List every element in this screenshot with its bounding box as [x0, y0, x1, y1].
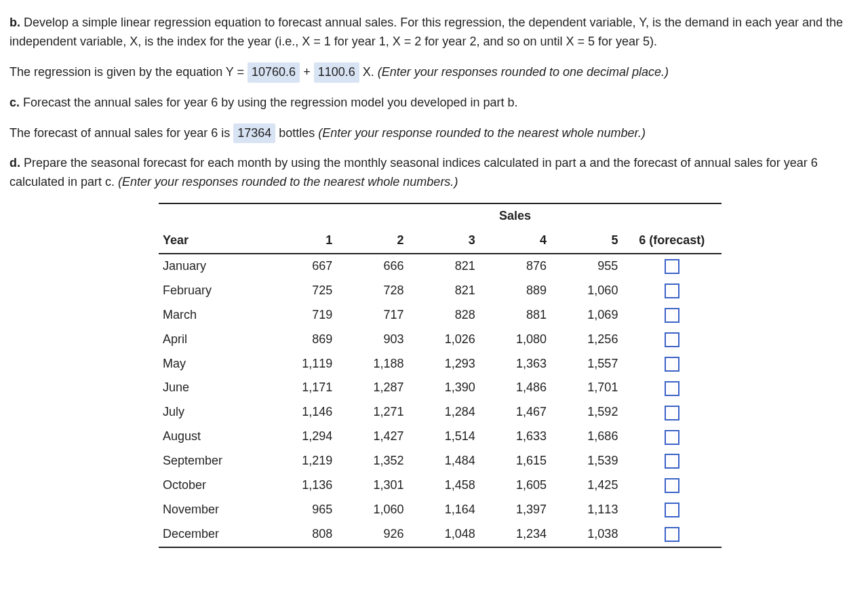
part-b-hint: (Enter your responses rounded to one dec… [378, 65, 669, 79]
value-cell: 1,539 [551, 449, 622, 473]
forecast-input[interactable] [665, 332, 679, 347]
part-d-label: d. [9, 156, 20, 170]
value-cell: 1,171 [265, 376, 336, 400]
value-cell: 666 [336, 254, 408, 279]
table-row: March7197178288811,069 [159, 303, 722, 328]
value-cell: 965 [265, 498, 336, 522]
month-cell: February [159, 279, 265, 303]
part-d-hint: (Enter your responses rounded to the nea… [118, 175, 458, 189]
value-cell: 1,301 [336, 473, 408, 498]
part-b-text: Develop a simple linear regression equat… [9, 16, 843, 48]
part-c-label: c. [9, 96, 20, 109]
table-row: February7257288218891,060 [159, 279, 722, 303]
regression-slope[interactable]: 1100.6 [314, 62, 359, 83]
value-cell: 889 [479, 279, 551, 303]
value-cell: 1,287 [336, 376, 408, 400]
table-row: December8089261,0481,2341,038 [159, 522, 722, 547]
col-5: 5 [551, 229, 622, 254]
value-cell: 1,060 [551, 279, 622, 303]
table-row: July1,1461,2711,2841,4671,592 [159, 400, 722, 425]
value-cell: 1,256 [551, 328, 622, 352]
forecast-input[interactable] [665, 454, 679, 469]
value-cell: 1,294 [265, 425, 336, 449]
month-cell: May [159, 352, 265, 376]
value-cell: 1,605 [479, 473, 551, 498]
part-c-text: Forecast the annual sales for year 6 by … [23, 96, 517, 109]
month-cell: September [159, 449, 265, 473]
forecast-cell [622, 498, 722, 522]
value-cell: 1,557 [551, 352, 622, 376]
value-cell: 1,219 [265, 449, 336, 473]
part-c-prompt: c. Forecast the annual sales for year 6 … [9, 94, 859, 113]
month-cell: March [159, 303, 265, 328]
value-cell: 717 [336, 303, 408, 328]
value-cell: 1,427 [336, 425, 408, 449]
value-cell: 728 [336, 279, 408, 303]
value-cell: 955 [551, 254, 622, 279]
forecast-input[interactable] [665, 381, 679, 396]
value-cell: 1,390 [408, 376, 479, 400]
month-cell: April [159, 328, 265, 352]
forecast-cell [622, 303, 722, 328]
value-cell: 1,234 [479, 522, 551, 547]
value-cell: 725 [265, 279, 336, 303]
regression-suffix: X. [363, 65, 374, 79]
forecast-year6[interactable]: 17364 [233, 123, 275, 144]
forecast-input[interactable] [665, 259, 679, 274]
col-1: 1 [265, 229, 336, 254]
table-row: January667666821876955 [159, 254, 722, 279]
value-cell: 1,615 [479, 449, 551, 473]
part-c-hint: (Enter your response rounded to the near… [318, 126, 646, 140]
regression-plus: + [303, 65, 314, 79]
forecast-input[interactable] [665, 478, 679, 493]
month-cell: December [159, 522, 265, 547]
value-cell: 1,271 [336, 400, 408, 425]
value-cell: 869 [265, 328, 336, 352]
forecast-input[interactable] [665, 430, 679, 445]
forecast-suffix: bottles [279, 126, 318, 140]
value-cell: 1,136 [265, 473, 336, 498]
value-cell: 1,633 [479, 425, 551, 449]
forecast-cell [622, 279, 722, 303]
value-cell: 1,284 [408, 400, 479, 425]
value-cell: 903 [336, 328, 408, 352]
forecast-cell [622, 425, 722, 449]
col-3: 3 [408, 229, 479, 254]
regression-line: The regression is given by the equation … [9, 62, 859, 83]
col-forecast: 6 (forecast) [622, 229, 722, 254]
value-cell: 808 [265, 522, 336, 547]
table-row: April8699031,0261,0801,256 [159, 328, 722, 352]
forecast-cell [622, 328, 722, 352]
forecast-input[interactable] [665, 357, 679, 372]
value-cell: 1,514 [408, 425, 479, 449]
value-cell: 1,467 [479, 400, 551, 425]
forecast-cell [622, 473, 722, 498]
forecast-input[interactable] [665, 283, 679, 298]
part-d-prompt: d. Prepare the seasonal forecast for eac… [9, 154, 859, 192]
value-cell: 1,146 [265, 400, 336, 425]
month-cell: November [159, 498, 265, 522]
forecast-input[interactable] [665, 503, 679, 517]
table-row: May1,1191,1881,2931,3631,557 [159, 352, 722, 376]
value-cell: 1,113 [551, 498, 622, 522]
value-cell: 1,701 [551, 376, 622, 400]
month-cell: August [159, 425, 265, 449]
value-cell: 1,352 [336, 449, 408, 473]
table-row: September1,2191,3521,4841,6151,539 [159, 449, 722, 473]
month-cell: January [159, 254, 265, 279]
sales-header: Sales [479, 203, 551, 229]
value-cell: 1,484 [408, 449, 479, 473]
value-cell: 876 [479, 254, 551, 279]
table-row: June1,1711,2871,3901,4861,701 [159, 376, 722, 400]
value-cell: 1,293 [408, 352, 479, 376]
table-row: October1,1361,3011,4581,6051,425 [159, 473, 722, 498]
value-cell: 1,458 [408, 473, 479, 498]
forecast-input[interactable] [665, 308, 679, 323]
value-cell: 1,026 [408, 328, 479, 352]
value-cell: 1,048 [408, 522, 479, 547]
forecast-input[interactable] [665, 406, 679, 420]
value-cell: 926 [336, 522, 408, 547]
forecast-input[interactable] [665, 527, 679, 542]
value-cell: 1,397 [479, 498, 551, 522]
regression-intercept[interactable]: 10760.6 [248, 62, 300, 83]
